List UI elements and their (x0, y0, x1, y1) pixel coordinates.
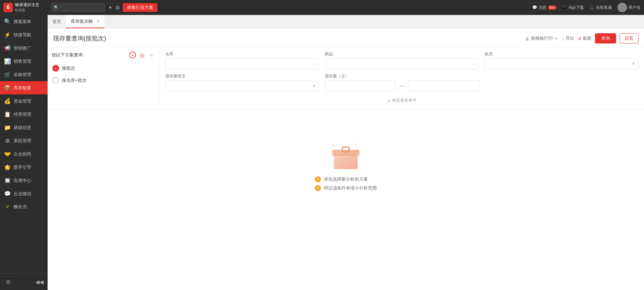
header-dropdown-icon[interactable]: ▼ (108, 5, 113, 10)
sales-icon: 📊 (4, 58, 11, 65)
header-settings-icon[interactable]: ⚙ (115, 4, 120, 11)
inventory-qty-min-input[interactable] (325, 80, 396, 91)
inventory-icon: 📦 (4, 85, 11, 91)
inventory-qty-label: 现存量（主） (325, 73, 479, 79)
status-label: 状态 (485, 51, 639, 57)
empty-state: ✦ ✦ ✦ 1 请先选择要分析的方案 2 用过滤条件来缩小分析范围 (48, 110, 644, 218)
app-download-label: App下载 (569, 5, 584, 11)
empty-tip-2: 2 用过滤条件来缩小分析范围 (315, 185, 377, 191)
tab-bar: 首页 库存批次账 ✕ (48, 15, 644, 29)
header-search-box[interactable]: 🔍 (51, 3, 105, 12)
sidebar-item-enterprise[interactable]: 🤝 企业协同 (0, 147, 48, 161)
goods-dots-icon[interactable]: ··· (472, 61, 476, 67)
tip-text-2: 用过滤条件来缩小分析范围 (324, 185, 377, 191)
filter-field-inventory-status: 现存量状态 ▼ (165, 73, 319, 91)
sidebar-item-operation[interactable]: 📋 经营管理 (0, 108, 48, 121)
sidebar-item-system[interactable]: ⚙ 系统管理 (0, 134, 48, 147)
main-layout: 🔍 搜索菜单 ⚡ 快捷导航 📢 营销推广 📊 销售管理 🛒 采购管理 📦 (0, 15, 644, 290)
svg-rect-0 (334, 154, 358, 169)
goods-label: 商品 (325, 51, 479, 57)
user-menu-btn[interactable]: 用户名 (617, 3, 641, 12)
logo-text-group: 畅康通好生意 标准版 (15, 2, 39, 13)
settings-btn[interactable]: 设置 (620, 33, 639, 43)
sidebar-label-member: 畅会员 (14, 204, 27, 210)
sidebar-label-sales: 销售管理 (14, 58, 31, 65)
sidebar-label-system: 系统管理 (14, 138, 31, 144)
tab-inventory-batch[interactable]: 库存批次账 ✕ (66, 15, 104, 28)
sidebar-item-newbie[interactable]: 🌟 新手引导 (0, 161, 48, 174)
header: 6 畅康通好生意 标准版 🔍 ▼ ⚙ 体验行业方案 💬 消息 99+ 📱 App… (0, 0, 644, 15)
status-input[interactable]: ▼ (485, 58, 639, 69)
svg-text:✦: ✦ (358, 150, 360, 153)
sidebar-item-search[interactable]: 🔍 搜索菜单 (0, 15, 48, 28)
filter-row-1: 仓库 ··· 商品 ··· (165, 51, 639, 69)
sidebar-item-member[interactable]: V 畅会员 (0, 200, 48, 213)
sidebar-item-quick-nav[interactable]: ⚡ 快捷导航 (0, 28, 48, 41)
sidebar-settings-btn[interactable]: ⚙ (3, 277, 13, 287)
print-dropdown-icon: ▼ (554, 36, 559, 41)
system-icon: ⚙ (4, 138, 11, 144)
sidebar-label-operation: 经营管理 (14, 111, 31, 117)
sidebar-item-sales[interactable]: 📊 销售管理 (0, 55, 48, 68)
app-download-btn[interactable]: 📱 App下载 (562, 5, 584, 11)
scheme-collapse-icon: « (150, 52, 153, 58)
scheme-item-batch[interactable]: ● 按批次 (48, 62, 159, 74)
filter-panel: 按以下方案查询 + ◎ « (48, 47, 644, 109)
sidebar-item-inventory[interactable]: 📦 库存核算 (0, 81, 48, 94)
add-circle-icon: + (129, 52, 136, 58)
goods-input[interactable]: ··· (325, 58, 479, 69)
page-content: 现存量查询(按批次) 🖨 按模板打印 ▼ ↓ 导出 ↺ 刷新 (48, 29, 644, 290)
sidebar-collapse-btn[interactable]: ◀◀ (35, 277, 44, 287)
tab-home[interactable]: 首页 (48, 15, 66, 28)
filter-row-2: 现存量状态 ▼ 现存量（主） — (165, 73, 639, 91)
wechat-icon: 💬 (4, 191, 11, 197)
filter-field-goods: 商品 ··· (325, 51, 479, 69)
empty-illustration: ✦ ✦ ✦ (325, 137, 366, 171)
query-btn[interactable]: 查询 (595, 33, 616, 43)
scheme-collapse-btn[interactable]: « (148, 51, 155, 59)
qty-separator: — (398, 83, 406, 89)
status-chevron-icon[interactable]: ▼ (631, 61, 635, 66)
inventory-status-chevron-icon[interactable]: ▼ (312, 84, 316, 88)
collapse-btn[interactable]: ∧ 收起更多条件 (165, 95, 639, 105)
sidebar-item-purchase[interactable]: 🛒 采购管理 (0, 68, 48, 81)
print-icon: 🖨 (525, 36, 529, 41)
print-label: 按模板打印 (531, 35, 553, 41)
sidebar-item-apps[interactable]: 🔲 应用中心 (0, 174, 48, 187)
marketing-icon: 📢 (4, 45, 11, 51)
scheme-add-btn[interactable]: + (129, 51, 136, 59)
sidebar-item-basic[interactable]: 📁 基础信息 (0, 121, 48, 134)
print-btn[interactable]: 🖨 按模板打印 ▼ (525, 35, 559, 41)
experience-btn[interactable]: 体验行业方案 (123, 3, 157, 12)
sidebar-item-marketing[interactable]: 📢 营销推广 (0, 41, 48, 55)
sidebar-label-enterprise: 企业协同 (14, 151, 31, 157)
sidebar: 🔍 搜索菜单 ⚡ 快捷导航 📢 营销推广 📊 销售管理 🛒 采购管理 📦 (0, 15, 48, 290)
warehouse-dots-icon[interactable]: ··· (312, 61, 317, 67)
scheme-item-warehouse-batch[interactable]: ○ 按仓库+批次 (48, 74, 159, 87)
online-service-btn[interactable]: 🎧 在线客服 (589, 5, 612, 11)
scheme-settings-btn[interactable]: ◎ (138, 51, 146, 59)
message-btn[interactable]: 💬 消息 99+ (532, 5, 557, 11)
collapse-icon: ∧ (388, 98, 391, 103)
header-right: 💬 消息 99+ 📱 App下载 🎧 在线客服 用户名 (532, 3, 641, 12)
refresh-label: 刷新 (583, 35, 592, 41)
sidebar-label-wechat: 企业微信 (14, 191, 31, 197)
refresh-btn[interactable]: ↺ 刷新 (578, 35, 592, 41)
export-btn[interactable]: ↓ 导出 (562, 35, 575, 41)
filter-field-status: 状态 ▼ (485, 51, 639, 69)
sidebar-item-finance[interactable]: 💰 资金管理 (0, 94, 48, 108)
tab-close-btn[interactable]: ✕ (96, 19, 100, 24)
operation-icon: 📋 (4, 111, 11, 117)
tab-label-inventory-batch: 库存批次账 (71, 18, 93, 24)
warehouse-label: 仓库 (165, 51, 319, 57)
member-icon: V (4, 204, 11, 209)
content-area: 首页 库存批次账 ✕ 现存量查询(按批次) 🖨 按模板打印 ▼ ↓ (48, 15, 644, 290)
sidebar-label-purchase: 采购管理 (14, 72, 31, 78)
scheme-panel: 按以下方案查询 + ◎ « (48, 47, 160, 109)
sidebar-scroll: 🔍 搜索菜单 ⚡ 快捷导航 📢 营销推广 📊 销售管理 🛒 采购管理 📦 (0, 15, 48, 273)
sidebar-item-wechat[interactable]: 💬 企业微信 (0, 187, 48, 200)
export-label: 导出 (565, 35, 574, 41)
inventory-qty-max-input[interactable] (408, 80, 479, 91)
warehouse-input[interactable]: ··· (165, 58, 319, 69)
inventory-status-input[interactable]: ▼ (165, 80, 319, 91)
